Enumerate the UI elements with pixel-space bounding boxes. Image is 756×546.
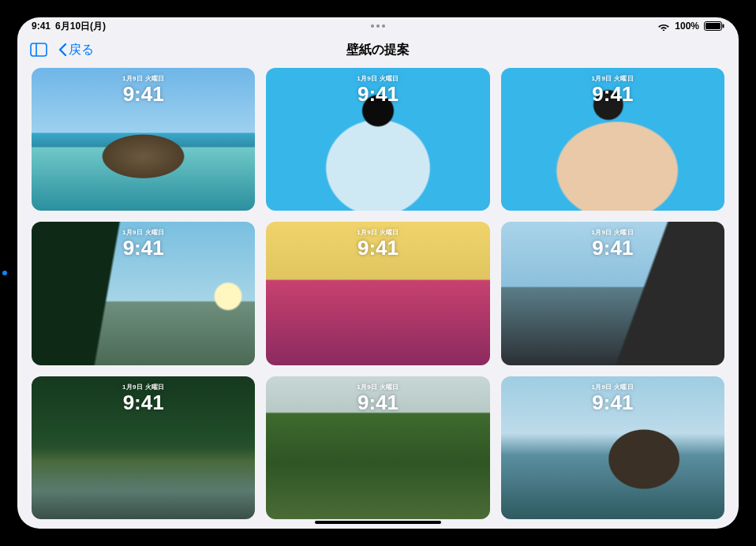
wallpaper-date-label: 1月9日 火曜日 <box>266 383 489 391</box>
wallpaper-time-label: 9:41 <box>501 84 724 104</box>
wallpaper-lock-overlay: 1月9日 火曜日9:41 <box>266 228 489 258</box>
side-indicator-dot <box>2 271 7 275</box>
wallpaper-time-label: 9:41 <box>32 237 255 258</box>
sidebar-icon <box>30 43 47 57</box>
status-time: 9:41 <box>32 21 51 32</box>
ipad-device-frame: 9:41 6月10日(月) 100% <box>0 0 756 546</box>
wallpaper-tile[interactable]: 1月9日 火曜日9:41 <box>501 222 724 365</box>
wallpaper-date-label: 1月9日 火曜日 <box>32 383 255 391</box>
wallpaper-date-label: 1月9日 火曜日 <box>266 74 489 83</box>
screen: 9:41 6月10日(月) 100% <box>17 17 739 529</box>
wallpaper-tile[interactable]: 1月9日 火曜日9:41 <box>32 376 255 519</box>
wallpaper-lock-overlay: 1月9日 火曜日9:41 <box>501 228 724 258</box>
status-date: 6月10日(月) <box>55 20 106 33</box>
wallpaper-time-label: 9:41 <box>266 237 489 258</box>
wallpaper-tile[interactable]: 1月9日 火曜日9:41 <box>501 376 724 519</box>
wallpaper-lock-overlay: 1月9日 火曜日9:41 <box>501 74 724 104</box>
wallpaper-lock-overlay: 1月9日 火曜日9:41 <box>32 74 255 104</box>
wallpaper-time-label: 9:41 <box>501 392 724 413</box>
status-bar-left: 9:41 6月10日(月) <box>32 20 106 33</box>
wallpaper-tile[interactable]: 1月9日 火曜日9:41 <box>266 68 489 211</box>
page-title: 壁紙の提案 <box>346 42 410 58</box>
back-button[interactable]: 戻る <box>58 42 94 58</box>
wallpaper-lock-overlay: 1月9日 火曜日9:41 <box>32 383 255 413</box>
wallpaper-date-label: 1月9日 火曜日 <box>32 74 255 83</box>
chevron-left-icon <box>58 43 67 57</box>
wallpaper-lock-overlay: 1月9日 火曜日9:41 <box>32 228 255 258</box>
wallpaper-tile[interactable]: 1月9日 火曜日9:41 <box>266 376 489 519</box>
svg-rect-3 <box>31 43 47 56</box>
battery-icon <box>704 21 724 31</box>
back-button-label: 戻る <box>69 42 94 58</box>
status-bar-right: 100% <box>657 21 724 32</box>
wallpaper-grid: 1月9日 火曜日9:411月9日 火曜日9:411月9日 火曜日9:411月9日… <box>32 68 724 519</box>
wallpaper-date-label: 1月9日 火曜日 <box>501 74 724 83</box>
wallpaper-lock-overlay: 1月9日 火曜日9:41 <box>266 383 489 413</box>
wifi-icon <box>657 21 670 31</box>
wallpaper-date-label: 1月9日 火曜日 <box>266 228 489 237</box>
wallpaper-time-label: 9:41 <box>266 392 489 413</box>
wallpaper-tile[interactable]: 1月9日 火曜日9:41 <box>32 68 255 211</box>
wallpaper-tile[interactable]: 1月9日 火曜日9:41 <box>32 222 255 365</box>
svg-rect-1 <box>705 23 720 29</box>
sidebar-toggle-button[interactable] <box>30 43 47 57</box>
wallpaper-date-label: 1月9日 火曜日 <box>501 228 724 237</box>
svg-rect-2 <box>723 24 724 28</box>
wallpaper-time-label: 9:41 <box>32 392 255 413</box>
wallpaper-lock-overlay: 1月9日 火曜日9:41 <box>266 74 489 104</box>
battery-percent: 100% <box>675 21 699 32</box>
wallpaper-time-label: 9:41 <box>32 84 255 104</box>
wallpaper-time-label: 9:41 <box>501 237 724 258</box>
wallpaper-date-label: 1月9日 火曜日 <box>32 228 255 237</box>
wallpaper-tile[interactable]: 1月9日 火曜日9:41 <box>266 222 489 365</box>
home-indicator[interactable] <box>315 521 441 524</box>
wallpaper-tile[interactable]: 1月9日 火曜日9:41 <box>501 68 724 211</box>
wallpaper-time-label: 9:41 <box>266 84 489 104</box>
wallpaper-lock-overlay: 1月9日 火曜日9:41 <box>501 383 724 413</box>
wallpaper-date-label: 1月9日 火曜日 <box>501 383 724 391</box>
status-bar: 9:41 6月10日(月) 100% <box>17 17 739 35</box>
nav-bar: 戻る 壁紙の提案 <box>17 35 739 65</box>
multitask-dots-icon[interactable] <box>371 24 385 28</box>
wallpaper-grid-scroll[interactable]: 1月9日 火曜日9:411月9日 火曜日9:411月9日 火曜日9:411月9日… <box>17 65 739 529</box>
